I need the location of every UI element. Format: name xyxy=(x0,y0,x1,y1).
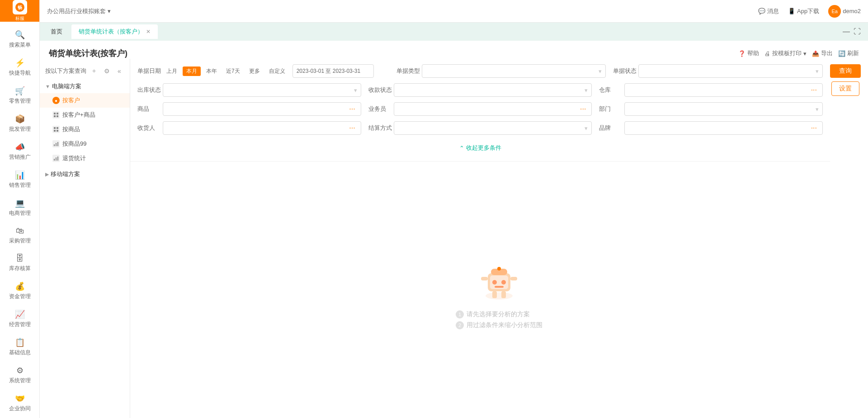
sidebar-item-system[interactable]: ⚙ 系统管理 xyxy=(0,361,39,389)
help-icon: ❓ xyxy=(738,50,745,57)
scheme-by-product[interactable]: 按商品 xyxy=(40,122,130,137)
settings-scheme-button[interactable]: ⚙ xyxy=(102,66,112,76)
filter-payment: 结算方式 ▾ xyxy=(368,121,592,135)
tab-home-label: 首页 xyxy=(51,28,62,36)
date-this-year[interactable]: 本年 xyxy=(203,66,221,76)
svg-point-20 xyxy=(501,280,506,285)
tab-home[interactable]: 首页 xyxy=(43,24,70,39)
scheme-by-customer[interactable]: ● 按客户 xyxy=(40,93,130,108)
sidebar-item-operations[interactable]: 📈 经营管理 xyxy=(0,305,39,333)
scheme-by-product-99[interactable]: 按商品99 xyxy=(40,137,130,151)
logo-area: 畅 标服 xyxy=(0,0,39,22)
sidebar-item-inventory[interactable]: 🗄 库存核算 xyxy=(0,249,39,277)
sidebar-item-finance[interactable]: 💰 资金管理 xyxy=(0,277,39,305)
scheme-by-product-99-label: 按商品99 xyxy=(62,140,86,148)
collapse-filters-button[interactable]: ⌃ 收起更多条件 xyxy=(137,140,823,156)
query-button[interactable]: 查询 xyxy=(830,64,861,78)
sidebar-item-sales[interactable]: 📊 销售管理 xyxy=(0,166,39,194)
svg-rect-3 xyxy=(57,113,58,114)
payment-input[interactable]: ▾ xyxy=(394,121,592,135)
message-button[interactable]: 💬 消息 xyxy=(758,7,779,15)
left-panel: 按以下方案查询 ＋ ⚙ « xyxy=(40,59,130,418)
tab-sales-stat[interactable]: 销货单统计表（按客户） ✕ xyxy=(71,24,158,39)
date-shortcuts: 上月 本月 本年 近7天 更多 自定义 xyxy=(163,66,289,76)
scheme-grid-icon xyxy=(52,111,60,119)
date-this-month[interactable]: 本月 xyxy=(183,66,201,76)
scheme-group-mobile-header[interactable]: ▶ 移动端方案 xyxy=(40,167,130,181)
tab-maximize-icon[interactable]: ⛶ xyxy=(854,28,861,36)
sidebar-item-purchase[interactable]: 🛍 采购管理 xyxy=(0,222,39,249)
svg-rect-8 xyxy=(54,130,56,132)
sidebar-item-label: 系统管理 xyxy=(9,377,31,385)
sidebar-item-basic-info[interactable]: 📋 基础信息 xyxy=(0,333,39,361)
doc-type-input[interactable]: ▾ xyxy=(422,64,606,78)
app-title-dropdown[interactable]: 办公用品行业模拟账套 ▾ xyxy=(47,7,111,15)
inventory-icon: 🗄 xyxy=(16,254,24,263)
scheme-group-pc-label: 电脑端方案 xyxy=(52,82,81,90)
main-wrapper: 办公用品行业模拟账套 ▾ 💬 消息 📱 App下载 Ea demo2 首页 xyxy=(40,0,868,418)
sidebar-item-corp-collab[interactable]: 🤝 企业协同 xyxy=(0,389,39,417)
warehouse-input[interactable]: ··· xyxy=(624,83,823,97)
help-button[interactable]: ❓ 帮助 xyxy=(738,49,759,57)
warehouse-label: 仓库 xyxy=(599,86,624,94)
finance-icon: 💰 xyxy=(15,281,25,291)
settings-button[interactable]: 设置 xyxy=(831,81,859,96)
salesperson-input[interactable]: ··· xyxy=(394,102,592,116)
brand-input[interactable]: ··· xyxy=(624,121,823,135)
collapse-panel-button[interactable]: « xyxy=(114,66,124,76)
sidebar-item-ecommerce[interactable]: 💻 电商管理 xyxy=(0,194,39,222)
scheme-group-mobile-label: 移动端方案 xyxy=(51,170,80,178)
date-last-month[interactable]: 上月 xyxy=(163,66,181,76)
date-more[interactable]: 更多 xyxy=(245,66,264,76)
print-icon: 🖨 xyxy=(764,50,770,57)
panel-header-title: 按以下方案查询 xyxy=(45,67,89,75)
sidebar-item-label: 资金管理 xyxy=(9,293,31,300)
add-scheme-button[interactable]: ＋ xyxy=(89,66,99,76)
tab-close-icon[interactable]: ✕ xyxy=(146,28,151,35)
scheme-by-customer-product-label: 按客户+商品 xyxy=(62,111,95,119)
sidebar-item-wholesale[interactable]: 📦 批发管理 xyxy=(0,109,39,138)
brand-dots-icon[interactable]: ··· xyxy=(811,124,817,132)
scheme-group-pc-header[interactable]: ▼ 电脑端方案 xyxy=(40,80,130,93)
warehouse-dots-icon[interactable]: ··· xyxy=(811,86,817,94)
sidebar-item-search[interactable]: 🔍 搜索菜单 xyxy=(0,25,39,53)
sidebar-item-label: 采购管理 xyxy=(9,237,31,245)
scheme-by-customer-product[interactable]: 按客户+商品 xyxy=(40,108,130,122)
doc-status-arrow-icon: ▾ xyxy=(816,68,819,75)
collect-status-input[interactable]: ▾ xyxy=(394,83,592,97)
hint-num-2: 2 xyxy=(456,321,464,329)
dept-input[interactable]: ▾ xyxy=(624,102,823,116)
filter-collect-status: 收款状态 ▾ xyxy=(368,83,592,97)
sidebar-item-retail[interactable]: 🛒 零售管理 xyxy=(0,81,39,109)
refresh-icon: 🔄 xyxy=(838,50,845,57)
product-input[interactable]: ··· xyxy=(163,102,361,116)
sidebar-item-marketing[interactable]: 📣 营销推广 xyxy=(0,138,39,166)
receiver-input[interactable]: ··· xyxy=(163,121,361,135)
scheme-return-stat[interactable]: 退货统计 xyxy=(40,151,130,166)
date-range-value: 2023-03-01 至 2023-03-31 xyxy=(297,67,360,75)
date-custom[interactable]: 自定义 xyxy=(265,66,289,76)
user-profile[interactable]: Ea demo2 xyxy=(828,5,861,18)
tab-minimize-icon[interactable]: — xyxy=(843,28,850,36)
sidebar-item-quick-nav[interactable]: ⚡ 快捷导航 xyxy=(0,53,39,81)
date-range-input[interactable]: 2023-03-01 至 2023-03-31 xyxy=(292,64,374,78)
ecommerce-icon: 💻 xyxy=(15,198,25,208)
receiver-dots-icon[interactable]: ··· xyxy=(349,124,355,132)
corpcollab-icon: 🤝 xyxy=(15,394,25,404)
salesperson-dots-icon[interactable]: ··· xyxy=(580,105,586,113)
export-button[interactable]: 📤 导出 xyxy=(812,49,833,57)
svg-rect-25 xyxy=(510,277,517,280)
filter-row-1: 单据日期 上月 本月 本年 近7天 更多 自定义 xyxy=(137,64,823,78)
date-last-7[interactable]: 近7天 xyxy=(222,66,244,76)
doc-status-input[interactable]: ▾ xyxy=(638,64,823,78)
settings-icon: ⚙ xyxy=(104,67,110,75)
header-right: 💬 消息 📱 App下载 Ea demo2 xyxy=(758,5,861,18)
empty-hint-2: 2 用过滤条件来缩小分析范围 xyxy=(456,321,542,329)
print-button[interactable]: 🖨 按模板打印 ▾ xyxy=(764,49,807,57)
filter-doc-status: 单据状态 ▾ xyxy=(613,64,823,78)
product-dots-icon[interactable]: ··· xyxy=(349,105,355,113)
out-status-input[interactable]: ▾ xyxy=(163,83,361,97)
refresh-button[interactable]: 🔄 刷新 xyxy=(838,49,859,57)
wholesale-icon: 📦 xyxy=(15,114,25,124)
app-download-button[interactable]: 📱 App下载 xyxy=(788,7,819,15)
